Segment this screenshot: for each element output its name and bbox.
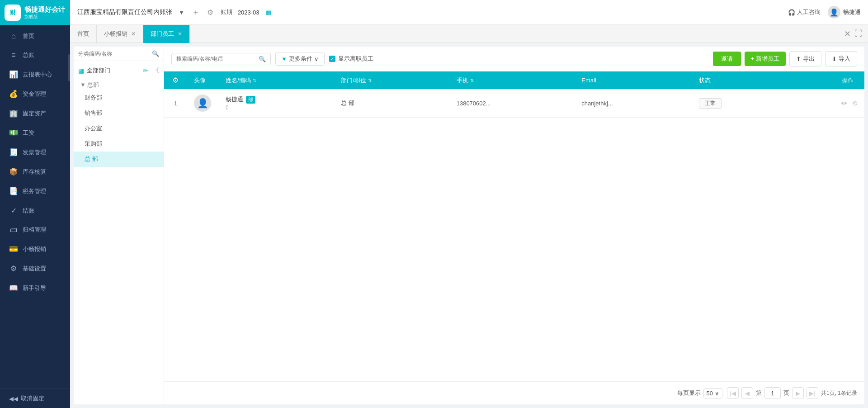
close-tab-button[interactable]: ✕ — [844, 29, 851, 39]
sidebar-item-inventory[interactable]: 📦 库存核算 — [0, 162, 70, 181]
import-button[interactable]: ⬇ 导入 — [825, 51, 857, 66]
sidebar-label: 资金管理 — [23, 90, 46, 98]
triangle-icon: ▼ — [80, 81, 86, 88]
page-number-input[interactable] — [764, 387, 781, 399]
col-name-header[interactable]: 姓名/编码 ⇅ — [218, 71, 334, 89]
export-icon: ⬆ — [796, 56, 801, 62]
calendar-icon[interactable]: ▦ — [266, 9, 271, 16]
sidebar-item-guide[interactable]: 📖 新手引导 — [0, 278, 70, 298]
dept-collapse-icon[interactable]: 《 — [153, 66, 159, 75]
dept-search-input[interactable] — [78, 51, 149, 57]
capital-icon: 💰 — [9, 90, 18, 98]
dept-item-sales[interactable]: 销售部 — [74, 105, 164, 121]
cell-phone: 138070602... — [449, 89, 575, 118]
sidebar-item-invoice[interactable]: 🧾 发票管理 — [0, 142, 70, 162]
show-resigned-toggle[interactable]: ✓ 显示离职员工 — [329, 55, 373, 63]
employee-search-input[interactable] — [176, 56, 256, 62]
add-company-button[interactable]: ＋ — [190, 7, 202, 18]
sidebar-label: 库存核算 — [23, 168, 46, 176]
col-dept-header[interactable]: 部门/职位 ⇅ — [334, 71, 449, 89]
archive-icon: 🗃 — [9, 226, 18, 234]
sidebar-item-expense[interactable]: 💳 小畅报销 — [0, 239, 70, 259]
employee-search-icon[interactable]: 🔍 — [259, 56, 266, 62]
cell-email: chanjethkj... — [574, 89, 692, 118]
tab-expense[interactable]: 小畅报销 ✕ — [97, 25, 143, 43]
dept-item-office[interactable]: 办公室 — [74, 121, 164, 136]
sidebar-item-reports[interactable]: 📊 云报表中心 — [0, 65, 70, 84]
per-page-select[interactable]: 50 ∨ — [703, 388, 722, 399]
sidebar-item-tax[interactable]: 📑 税务管理 — [0, 181, 70, 201]
sidebar-item-capital[interactable]: 💰 资金管理 — [0, 84, 70, 104]
first-page-button[interactable]: |◀ — [727, 387, 739, 399]
export-button[interactable]: ⬆ 导出 — [789, 51, 821, 66]
pagination: 每页显示 50 ∨ |◀ ◀ 第 页 ▶ ▶| 共1页, 1条记录 — [164, 381, 864, 404]
sidebar-label: 新手引导 — [23, 284, 46, 292]
inventory-icon: 📦 — [9, 167, 18, 176]
settings-gear-icon[interactable]: ⚙ — [207, 8, 213, 17]
dept-item-purchase[interactable]: 采购部 — [74, 136, 164, 152]
table-settings-button[interactable]: ⚙ — [172, 76, 179, 85]
page-label: 第 — [756, 389, 762, 397]
dept-grid-icon: ▦ — [78, 67, 84, 74]
dept-item-finance[interactable]: 财务部 — [74, 90, 164, 105]
col-phone-header[interactable]: 手机 ⇅ — [449, 71, 575, 89]
home-icon: ⌂ — [9, 32, 18, 40]
username: 畅捷通 — [843, 8, 861, 16]
show-resigned-label: 显示离职员工 — [338, 55, 373, 63]
tab-employee[interactable]: 部门员工 ✕ — [143, 25, 190, 43]
unpin-label: 取消固定 — [21, 394, 44, 403]
sort-phone-icon: ⇅ — [470, 78, 474, 83]
sidebar-item-checkout[interactable]: ✓ 结账 — [0, 201, 70, 220]
sidebar-scrollbar[interactable] — [68, 54, 70, 81]
show-resigned-checkbox[interactable]: ✓ — [329, 56, 335, 62]
sidebar-item-wages[interactable]: 💵 工资 — [0, 123, 70, 142]
tab-home-label: 首页 — [77, 30, 89, 38]
page-nav: |◀ ◀ 第 页 ▶ ▶| 共1页, 1条记录 — [727, 387, 857, 399]
dept-all-header[interactable]: ▦ 全部部门 ✏ 《 — [74, 63, 164, 78]
settings-icon: ⚙ — [9, 264, 18, 273]
tab-home[interactable]: 首页 — [70, 25, 97, 43]
dept-search-bar: 🔍 — [74, 47, 164, 61]
sidebar-item-assets[interactable]: 🏢 固定资产 — [0, 104, 70, 123]
user-menu[interactable]: 👤 畅捷通 — [828, 6, 861, 19]
edit-employee-button[interactable]: ✏ — [841, 99, 847, 108]
sidebar-item-settings[interactable]: ⚙ 基础设置 — [0, 259, 70, 278]
unpin-icon: ◀◀ — [9, 395, 18, 402]
content-area: 🔍 ▦ 全部部门 ✏ 《 ▼ 总部 财务部 销售部 办公室 采购部 总 部 — [74, 47, 864, 404]
dept-edit-icon[interactable]: ✏ — [143, 67, 148, 74]
cell-avatar: 👤 — [187, 89, 218, 118]
logout-employee-button[interactable]: ⎋ — [853, 99, 857, 108]
cell-no: 1 — [164, 89, 187, 118]
next-page-button[interactable]: ▶ — [792, 387, 804, 399]
sort-dept-icon: ⇅ — [368, 78, 372, 83]
col-email-header: Email — [574, 71, 692, 89]
prev-page-button[interactable]: ◀ — [741, 387, 753, 399]
tab-employee-close[interactable]: ✕ — [178, 31, 182, 37]
last-page-button[interactable]: ▶| — [807, 387, 818, 399]
avatar: 👤 — [194, 95, 211, 112]
col-action-header: 操作 — [787, 71, 864, 89]
sidebar-label: 固定资产 — [23, 109, 46, 118]
unpin-button[interactable]: ◀◀ 取消固定 — [0, 389, 70, 408]
dept-search-icon[interactable]: 🔍 — [152, 50, 159, 57]
employee-dept: 总 部 — [341, 100, 354, 106]
company-name: 江西服宝精品有限责任公司内账张 — [77, 8, 172, 16]
dept-badge: 部 — [246, 96, 255, 104]
sidebar-item-home[interactable]: ⌂ 首页 — [0, 27, 70, 46]
maximize-tab-button[interactable]: ⛶ — [854, 29, 863, 38]
checkout-icon: ✓ — [9, 206, 18, 215]
customer-service-button[interactable]: 🎧 人工咨询 — [788, 8, 821, 16]
service-label: 人工咨询 — [797, 8, 821, 16]
period-value: 2023-03 — [238, 9, 259, 16]
sidebar-item-ledger[interactable]: ≡ 总账 — [0, 46, 70, 65]
dept-item-general[interactable]: 总 部 — [74, 152, 164, 167]
add-employee-button[interactable]: + 新增员工 — [745, 52, 786, 66]
dept-root-label: 全部部门 — [87, 66, 110, 75]
sidebar-item-archive[interactable]: 🗃 归档管理 — [0, 220, 70, 239]
sort-name-icon: ⇅ — [253, 78, 256, 83]
invite-button[interactable]: 邀请 — [713, 52, 741, 66]
tab-expense-close[interactable]: ✕ — [131, 31, 136, 37]
logo-text-wrap: 畅捷通好会计 旗舰版 — [24, 5, 65, 20]
company-dropdown-icon[interactable]: ▼ — [179, 9, 184, 16]
filter-button[interactable]: ▼ 更多条件 ∨ — [275, 52, 325, 66]
